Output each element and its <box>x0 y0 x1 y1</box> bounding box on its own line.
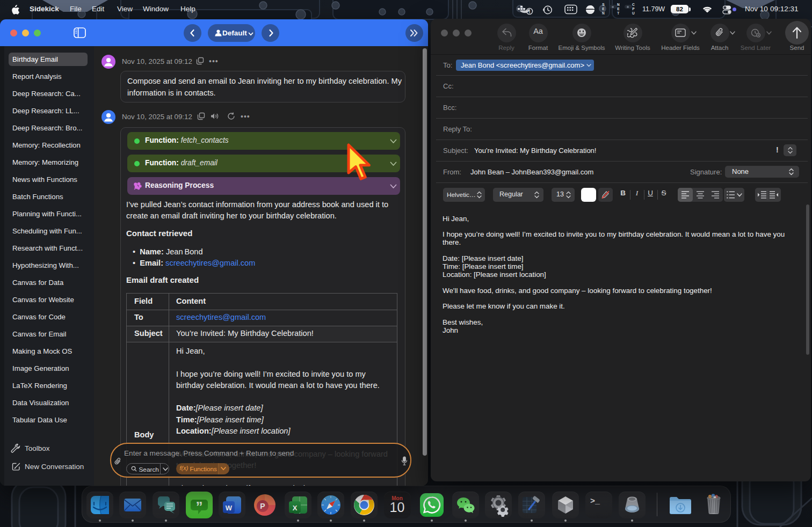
svg-text:W: W <box>225 504 232 512</box>
svg-text:X: X <box>292 504 297 512</box>
svg-text:”: ” <box>195 499 202 515</box>
svg-text:P: P <box>260 502 265 510</box>
svg-text:!: ! <box>529 9 531 14</box>
